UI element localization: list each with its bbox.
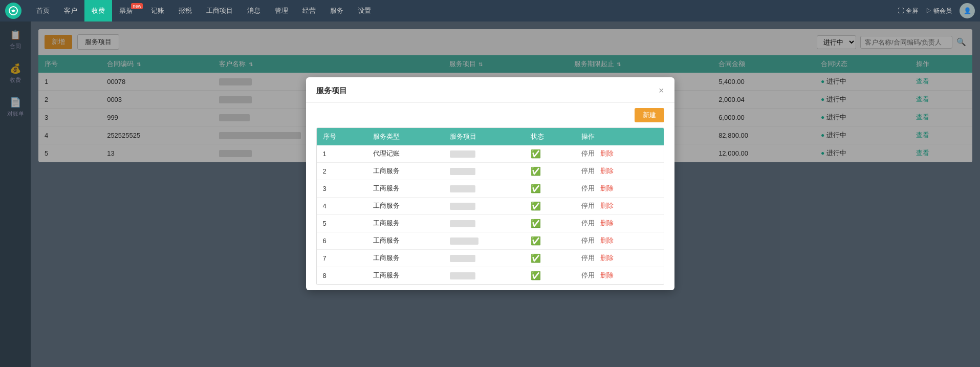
modal-cell-seq: 7 (317, 249, 367, 267)
modal-close-button[interactable]: × (659, 85, 664, 96)
modal-cell-type: 工商服务 (367, 180, 444, 197)
nav-home[interactable]: 首页 (29, 0, 57, 21)
delete-button[interactable]: 删除 (600, 254, 614, 262)
modal-cell-status: ✅ (525, 232, 575, 249)
modal-cell-actions: 停用 删除 (575, 214, 664, 232)
modal-cell-type: 工商服务 (367, 197, 444, 214)
modal-th-action: 操作 (575, 128, 664, 145)
modal-cell-item: ████ (444, 214, 525, 232)
disable-button[interactable]: 停用 (581, 254, 595, 262)
modal-table-row: 8 工商服务 ████注册 ✅ 停用 删除 (317, 267, 664, 284)
modal-service-table: 序号 服务类型 服务项目 状态 操作 1 代理记账 ████1 ✅ (317, 128, 664, 285)
modal-new-button[interactable]: 新建 (635, 108, 664, 122)
status-check-icon: ✅ (531, 149, 541, 158)
delete-button[interactable]: 删除 (600, 236, 614, 244)
nav-settings[interactable]: 设置 (351, 0, 378, 21)
modal-cell-actions: 停用 删除 (575, 249, 664, 267)
status-check-icon: ✅ (531, 184, 541, 193)
nav-items: 首页 客户 收费 票据 new 记账 报税 工商项目 消息 管理 经营 服务 设… (29, 0, 898, 21)
modal-table-row: 2 工商服务 ████ ✅ 停用 删除 (317, 162, 664, 180)
status-check-icon: ✅ (531, 219, 541, 228)
modal-cell-actions: 停用 删除 (575, 267, 664, 284)
disable-button[interactable]: 停用 (581, 184, 595, 192)
modal-table-row: 4 工商服务 ████ ✅ 停用 删除 (317, 197, 664, 214)
status-check-icon: ✅ (531, 167, 541, 176)
disable-button[interactable]: 停用 (581, 149, 595, 157)
modal-cell-status: ✅ (525, 197, 575, 214)
modal-cell-type: 工商服务 (367, 162, 444, 180)
modal-cell-item: ████ (444, 180, 525, 197)
modal-cell-seq: 5 (317, 214, 367, 232)
modal-cell-actions: 停用 删除 (575, 145, 664, 163)
modal-th-seq: 序号 (317, 128, 367, 145)
fullscreen-label[interactable]: ⛶ 全屏 (898, 7, 918, 15)
modal-cell-actions: 停用 删除 (575, 232, 664, 249)
member-label[interactable]: ▷ 畅会员 (926, 7, 952, 15)
delete-button[interactable]: 删除 (600, 184, 614, 192)
modal-table-row: 7 工商服务 ████ ✅ 停用 删除 (317, 249, 664, 267)
modal-cell-actions: 停用 删除 (575, 197, 664, 214)
modal-cell-type: 代理记账 (367, 145, 444, 163)
nav-right: ⛶ 全屏 ▷ 畅会员 👤 (898, 3, 975, 18)
nav-bookkeeping[interactable]: 记账 (144, 0, 171, 21)
app-logo (5, 3, 21, 19)
delete-button[interactable]: 删除 (600, 202, 614, 209)
modal-title: 服务项目 (316, 86, 347, 96)
disable-button[interactable]: 停用 (581, 219, 595, 227)
modal-th-type: 服务类型 (367, 128, 444, 145)
modal-cell-item: ████1 (444, 145, 525, 163)
modal-header: 服务项目 × (306, 77, 674, 103)
delete-button[interactable]: 删除 (600, 167, 614, 175)
delete-button[interactable]: 删除 (600, 149, 614, 157)
modal-cell-type: 工商服务 (367, 267, 444, 284)
modal-cell-type: 工商服务 (367, 214, 444, 232)
modal-cell-type: 工商服务 (367, 232, 444, 249)
modal-body: 新建 序号 服务类型 服务项目 状态 操作 (306, 103, 674, 290)
status-check-icon: ✅ (531, 202, 541, 210)
status-check-icon: ✅ (531, 271, 541, 280)
modal-cell-actions: 停用 删除 (575, 180, 664, 197)
nav-customer[interactable]: 客户 (57, 0, 84, 21)
new-badge: new (131, 3, 143, 9)
modal-cell-seq: 8 (317, 267, 367, 284)
app-body: 📋 合同 💰 收费 📄 对账单 新增 服务项目 进行中 已完成 已终止 (0, 21, 980, 367)
modal-cell-item: ████ (444, 162, 525, 180)
delete-button[interactable]: 删除 (600, 219, 614, 227)
modal-table-row: 1 代理记账 ████1 ✅ 停用 删除 (317, 145, 664, 163)
modal-table-row: 6 工商服务 ████████ ✅ 停用 删除 (317, 232, 664, 249)
nav-service[interactable]: 服务 (323, 0, 351, 21)
modal-cell-status: ✅ (525, 180, 575, 197)
modal-cell-type: 工商服务 (367, 249, 444, 267)
modal-cell-seq: 2 (317, 162, 367, 180)
modal-cell-item: ████████ (444, 232, 525, 249)
disable-button[interactable]: 停用 (581, 202, 595, 209)
modal-cell-seq: 3 (317, 180, 367, 197)
nav-fee[interactable]: 收费 (84, 0, 112, 21)
nav-business[interactable]: 工商项目 (199, 0, 240, 21)
service-modal: 服务项目 × 新建 序号 服务类型 服务项目 状态 (306, 77, 674, 290)
main-content: 新增 服务项目 进行中 已完成 已终止 🔍 序号 合同编 (31, 21, 980, 367)
modal-cell-status: ✅ (525, 214, 575, 232)
disable-button[interactable]: 停用 (581, 271, 595, 279)
status-check-icon: ✅ (531, 254, 541, 263)
modal-toolbar: 新建 (316, 108, 664, 122)
nav-message[interactable]: 消息 (240, 0, 268, 21)
modal-table-row: 3 工商服务 ████ ✅ 停用 删除 (317, 180, 664, 197)
modal-cell-status: ✅ (525, 162, 575, 180)
nav-manage[interactable]: 管理 (268, 0, 295, 21)
disable-button[interactable]: 停用 (581, 167, 595, 175)
user-avatar[interactable]: 👤 (960, 3, 975, 18)
top-navigation: 首页 客户 收费 票据 new 记账 报税 工商项目 消息 管理 经营 服务 设… (0, 0, 980, 21)
nav-tax[interactable]: 报税 (171, 0, 199, 21)
nav-ticket[interactable]: 票据 new (112, 0, 144, 21)
nav-operation[interactable]: 经营 (295, 0, 323, 21)
delete-button[interactable]: 删除 (600, 271, 614, 279)
modal-cell-seq: 4 (317, 197, 367, 214)
modal-cell-seq: 1 (317, 145, 367, 163)
modal-table-row: 5 工商服务 ████ ✅ 停用 删除 (317, 214, 664, 232)
modal-table-wrap[interactable]: 序号 服务类型 服务项目 状态 操作 1 代理记账 ████1 ✅ (316, 127, 664, 285)
disable-button[interactable]: 停用 (581, 236, 595, 244)
modal-th-item: 服务项目 (444, 128, 525, 145)
modal-cell-item: ████注册 (444, 267, 525, 284)
modal-cell-actions: 停用 删除 (575, 162, 664, 180)
